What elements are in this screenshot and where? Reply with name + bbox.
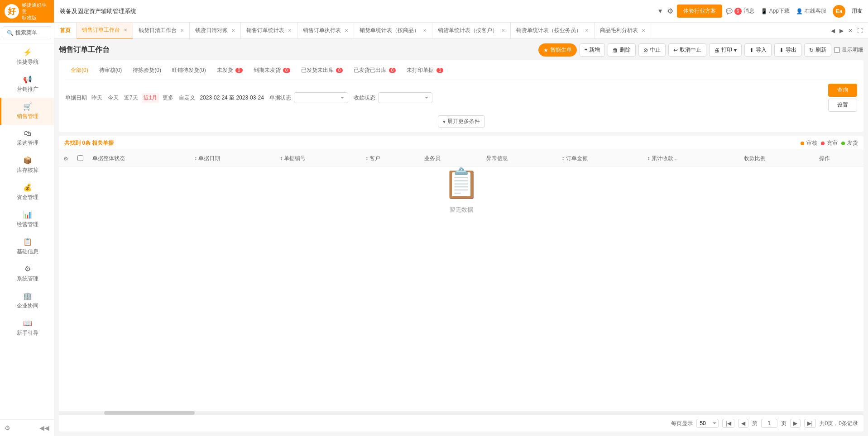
- sidebar-item-sales[interactable]: 🛒 销售管理: [0, 98, 54, 125]
- pagination: 每页显示 50 100 |◀ ◀ 第 页 ▶ ▶| 共0页，0条记录: [59, 415, 863, 431]
- import-button[interactable]: ⬆ 导入: [744, 43, 772, 57]
- sidebar-item-enterprise[interactable]: 🏢 企业协同: [0, 287, 54, 314]
- sidebar-bottom: ⚙ ◀◀: [0, 419, 54, 436]
- status-filter-select[interactable]: [294, 92, 348, 103]
- close-tab-cash-daily[interactable]: ✕: [180, 28, 184, 33]
- sidebar-item-finance[interactable]: 💰 资金管理: [0, 179, 54, 206]
- close-tab-sales-workbench[interactable]: ✕: [124, 28, 127, 33]
- smart-create-button[interactable]: ★ 智能生单: [538, 43, 577, 57]
- message-button[interactable]: 💬 6 消息: [726, 7, 754, 15]
- filter-tab-overdue[interactable]: 到期未发货 0: [248, 65, 296, 76]
- col-header-received: ↕ 累计收款...: [643, 151, 740, 166]
- audit-action-button[interactable]: 审核: [801, 139, 817, 147]
- show-detail-checkbox[interactable]: [834, 47, 840, 53]
- sort-number-icon[interactable]: ↕: [280, 155, 283, 161]
- online-service-button[interactable]: 👤 在线客服: [796, 7, 826, 15]
- user-avatar[interactable]: Ea: [833, 5, 845, 18]
- filter-tab-pending-check[interactable]: 待拣验货(0): [127, 65, 167, 76]
- app-download-button[interactable]: 📱 App下载: [761, 7, 790, 15]
- filter-tab-wangpu[interactable]: 旺铺待发货(0): [167, 65, 211, 76]
- sidebar-logo[interactable]: 好 畅捷通好生意 标准版: [0, 0, 54, 23]
- date-7days-btn[interactable]: 近7天: [122, 93, 140, 103]
- sidebar-item-marketing[interactable]: 📢 营销推广: [0, 71, 54, 98]
- sort-amount-icon[interactable]: ↕: [562, 155, 565, 161]
- sort-customer-icon[interactable]: ↕: [365, 155, 368, 161]
- filter-tab-pending-audit[interactable]: 待审核(0): [94, 65, 128, 76]
- table-scroll-area[interactable]: ⚙ 单据整体状态 ↕ 单据日期: [59, 151, 863, 411]
- date-1month-btn[interactable]: 近1月: [142, 93, 159, 103]
- tab-summary-customer[interactable]: 销货单统计表（按客户） ✕: [432, 23, 511, 39]
- filter-tab-shipped-not-out[interactable]: 已发货未出库 0: [296, 65, 349, 76]
- search-menu-button[interactable]: 🔍 搜索菜单: [3, 26, 51, 39]
- close-tab-summary-product[interactable]: ✕: [423, 28, 427, 33]
- sidebar-settings-button[interactable]: ⚙: [5, 424, 10, 431]
- select-all-checkbox[interactable]: [77, 155, 83, 161]
- page-first-button[interactable]: |◀: [722, 419, 734, 428]
- cancel-stop-button[interactable]: ↩ 取消中止: [668, 43, 706, 57]
- tab-prev-button[interactable]: ◀: [829, 26, 837, 36]
- expand-filter-button[interactable]: ▾ 展开更多条件: [438, 115, 485, 128]
- delete-button[interactable]: 🗑 删除: [608, 43, 636, 57]
- sort-date-icon[interactable]: ↕: [194, 155, 197, 161]
- inventory-icon: 📦: [23, 156, 32, 165]
- system-title-dropdown[interactable]: ▼: [657, 8, 663, 14]
- filter-tab-shipped-out[interactable]: 已发货已出库 0: [348, 65, 401, 76]
- page-prev-button[interactable]: ◀: [738, 419, 748, 428]
- tab-cash-account[interactable]: 钱货日清对账 ✕: [190, 23, 241, 39]
- payment-filter-select[interactable]: [378, 92, 432, 103]
- tab-fullscreen-button[interactable]: ⛶: [855, 26, 864, 36]
- tab-next-button[interactable]: ▶: [838, 26, 845, 36]
- sidebar-collapse-button[interactable]: ◀◀: [39, 424, 49, 431]
- sidebar-item-quicknav[interactable]: ⚡ 快捷导航: [0, 43, 54, 71]
- filter-tab-not-printed[interactable]: 未打印单据 0: [401, 65, 449, 76]
- sidebar-item-guide[interactable]: 📖 新手引导: [0, 314, 54, 341]
- print-button[interactable]: 🖨 打印 ▾: [709, 43, 742, 57]
- tab-summary-staff[interactable]: 销货单统计表（按业务员） ✕: [511, 23, 595, 39]
- close-tab-margin[interactable]: ✕: [642, 28, 645, 33]
- filter-tab-all[interactable]: 全部(0): [65, 65, 94, 76]
- sidebar-item-basics[interactable]: 📋 基础信息: [0, 233, 54, 260]
- scrollbar-thumb[interactable]: [104, 411, 195, 415]
- tab-summary-product[interactable]: 销货单统计表（按商品） ✕: [354, 23, 432, 39]
- date-today-btn[interactable]: 今天: [106, 93, 120, 103]
- date-yesterday-btn[interactable]: 昨天: [90, 93, 104, 103]
- sort-received-icon[interactable]: ↕: [647, 155, 650, 161]
- add-button[interactable]: + 新增: [580, 43, 605, 57]
- filter-tab-not-shipped[interactable]: 未发货 0: [211, 65, 248, 76]
- tab-sales-stats[interactable]: 销售订单统计表 ✕: [241, 23, 297, 39]
- page-last-button[interactable]: ▶|: [804, 419, 816, 428]
- cancel-audit-action-button[interactable]: 充审: [821, 139, 838, 147]
- close-tab-sales-stats[interactable]: ✕: [288, 28, 292, 33]
- ship-action-button[interactable]: 发货: [841, 139, 858, 147]
- tab-margin[interactable]: 商品毛利分析表 ✕: [595, 23, 651, 39]
- sidebar-item-inventory[interactable]: 📦 库存核算: [0, 152, 54, 179]
- date-custom-btn[interactable]: 自定义: [177, 93, 197, 103]
- horizontal-scrollbar[interactable]: [59, 411, 863, 415]
- export-button[interactable]: ⬇ 导出: [774, 43, 801, 57]
- total-pages-text: 共0页，0条记录: [820, 420, 858, 427]
- stop-button[interactable]: ⊘ 中止: [638, 43, 666, 57]
- close-tab-cash-account[interactable]: ✕: [231, 28, 235, 33]
- page-number-input[interactable]: [761, 419, 777, 428]
- query-button[interactable]: 查询: [828, 84, 857, 97]
- sidebar-item-operations[interactable]: 📊 经营管理: [0, 206, 54, 233]
- experience-button[interactable]: 体验行业方案: [677, 5, 722, 18]
- refresh-button[interactable]: ↻ 刷新: [804, 43, 831, 57]
- filter-settings-button[interactable]: 设置: [828, 99, 857, 112]
- sidebar-item-purchase[interactable]: 🛍 采购管理: [0, 125, 54, 152]
- close-tab-summary-staff[interactable]: ✕: [585, 28, 589, 33]
- tab-sales-exec[interactable]: 销售订单执行表 ✕: [297, 23, 354, 39]
- per-page-select[interactable]: 50 100: [696, 419, 719, 428]
- header-settings-button[interactable]: ⚙: [667, 7, 673, 15]
- settings-gear-icon[interactable]: ⚙: [63, 156, 68, 162]
- page-next-button[interactable]: ▶: [790, 419, 801, 428]
- close-tab-sales-exec[interactable]: ✕: [345, 28, 348, 33]
- show-detail-checkbox-label[interactable]: 显示明细: [834, 46, 863, 54]
- date-more-btn[interactable]: 更多: [161, 93, 175, 103]
- tab-close-all-button[interactable]: ✕: [846, 26, 854, 36]
- close-tab-summary-customer[interactable]: ✕: [501, 28, 505, 33]
- sidebar-item-system[interactable]: ⚙ 系统管理: [0, 260, 54, 287]
- tab-sales-workbench[interactable]: 销售订单工作台 ✕: [77, 23, 133, 39]
- tab-home[interactable]: 首页: [54, 23, 77, 39]
- tab-cash-daily[interactable]: 钱货日清工作台 ✕: [133, 23, 190, 39]
